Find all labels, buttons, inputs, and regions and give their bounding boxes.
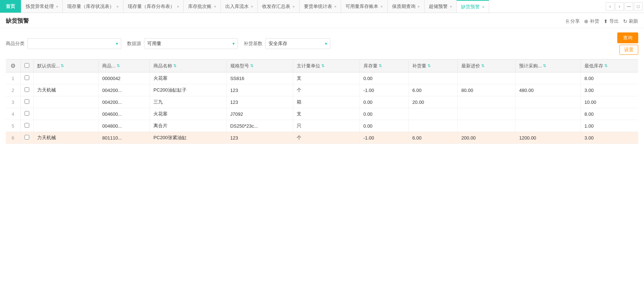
replenish-base-select[interactable]: 安全库存 ▾ (265, 38, 330, 49)
cell-unit: 箱 (293, 96, 360, 108)
cell-est-purchase (515, 120, 581, 132)
row-checkbox[interactable] (25, 123, 29, 128)
settings-button[interactable]: 设置 (619, 45, 638, 55)
close-icon[interactable]: × (450, 4, 452, 9)
close-icon[interactable]: × (251, 4, 253, 9)
tab-ex-handling[interactable]: 拣货异常处理 × (21, 0, 63, 13)
col-product-code-label: 商品... (102, 63, 116, 69)
datasource-label: 数据源 (127, 40, 141, 47)
page-content: 缺货预警 ⎘ 分享 ⊕ 补货 ⬆ 导出 ↻ 刷新 商品分类 (0, 13, 644, 287)
close-icon[interactable]: × (56, 4, 58, 9)
th-est-purchase[interactable]: 预计采购... ⇅ (515, 59, 581, 72)
th-stock[interactable]: 库存量 ⇅ (360, 59, 409, 72)
cell-est-purchase (515, 108, 581, 120)
th-product-code[interactable]: 商品... ⇅ (99, 59, 150, 72)
row-checkbox[interactable] (25, 111, 29, 116)
tab-inout-flow[interactable]: 出入库流水 × (221, 0, 258, 13)
close-icon[interactable]: × (292, 4, 295, 9)
cell-est-purchase (515, 72, 581, 84)
sort-icon: ⇅ (427, 63, 431, 68)
row-checkbox-cell[interactable] (20, 132, 33, 144)
cell-min-stock: 3.00 (581, 132, 638, 144)
query-button[interactable]: 查询 (617, 32, 638, 43)
th-settings[interactable]: ⚙ (6, 59, 20, 72)
page-title: 缺货预警 (6, 17, 29, 25)
tab-batch-account[interactable]: 库存批次账 × (184, 0, 221, 13)
cell-product-code: 004200... (99, 84, 150, 96)
export-button[interactable]: ⬆ 导出 (604, 18, 619, 25)
tab-nav-next[interactable]: › (615, 2, 624, 11)
export-icon: ⬆ (604, 18, 608, 24)
row-checkbox-cell[interactable] (20, 108, 33, 120)
replenish-button[interactable]: ⊕ 补货 (584, 18, 599, 25)
th-replenish-qty[interactable]: 补货量 ⇅ (409, 59, 458, 72)
tab-nav-prev[interactable]: ‹ (606, 2, 614, 11)
sort-icon: ⇅ (61, 63, 64, 68)
cell-default-supplier (33, 72, 99, 84)
cell-unit: 个 (293, 132, 360, 144)
refresh-button[interactable]: ↻ 刷新 (623, 18, 638, 25)
th-spec[interactable]: 规格型号 ⇅ (226, 59, 293, 72)
tab-home[interactable]: 首页 (0, 0, 21, 13)
tab-inventory-status[interactable]: 现存量（库存状况表） × (63, 0, 123, 13)
tab-req-stats[interactable]: 要货单统计表 × (300, 0, 341, 13)
close-icon[interactable]: × (334, 4, 336, 9)
close-icon[interactable]: × (418, 4, 420, 9)
close-icon[interactable]: × (380, 4, 383, 9)
table-row: 6 力天机械 801110... PC200张紧油缸 123 个 -1.00 6… (6, 132, 638, 144)
tab-avail-ledger[interactable]: 可用量库存账本 × (341, 0, 387, 13)
tab-label: 收发存汇总表 (262, 3, 290, 10)
category-select[interactable]: ▾ (27, 38, 121, 49)
replenish-base-value: 安全库存 (269, 40, 287, 47)
cell-stock: -1.00 (360, 132, 409, 144)
tab-nav-controls: ‹ › — □ (604, 2, 644, 11)
tab-home-label: 首页 (6, 3, 15, 10)
row-checkbox[interactable] (25, 87, 29, 92)
chevron-down-icon: ▾ (116, 41, 118, 46)
row-checkbox-cell[interactable] (20, 96, 33, 108)
cell-unit: 支 (293, 108, 360, 120)
category-label: 商品分类 (6, 40, 25, 47)
cell-min-stock: 8.00 (581, 108, 638, 120)
cell-default-supplier: 力天机械 (33, 132, 99, 144)
settings-gear-icon[interactable]: ⚙ (10, 63, 16, 69)
select-all-checkbox[interactable] (25, 63, 29, 68)
cell-replenish-qty: 6.00 (409, 132, 458, 144)
cell-product-code: 004200... (99, 96, 150, 108)
th-default-supplier[interactable]: 默认供应... ⇅ (33, 59, 99, 72)
cell-latest-price (458, 120, 515, 132)
row-checkbox[interactable] (25, 135, 29, 140)
replenish-icon: ⊕ (584, 18, 588, 24)
tab-maximize-icon[interactable]: □ (634, 2, 643, 11)
th-latest-price[interactable]: 最新进价 ⇅ (458, 59, 515, 72)
tab-label: 超储预警 (429, 3, 448, 10)
close-icon[interactable]: × (116, 4, 118, 9)
cell-min-stock: 8.00 (581, 72, 638, 84)
tab-minimize-icon[interactable]: — (625, 2, 633, 11)
row-checkbox-cell[interactable] (20, 72, 33, 84)
row-checkbox[interactable] (25, 75, 29, 80)
tab-recv-summary[interactable]: 收发存汇总表 × (258, 0, 299, 13)
datasource-select[interactable]: 可用量 ▾ (144, 38, 238, 49)
tab-expiry-query[interactable]: 保质期查询 × (388, 0, 425, 13)
row-checkbox-cell[interactable] (20, 120, 33, 132)
cell-est-purchase: 480.00 (515, 84, 581, 96)
th-product-name[interactable]: 商品名称 ⇅ (150, 59, 227, 72)
row-checkbox[interactable] (25, 99, 29, 104)
close-icon[interactable]: × (177, 4, 179, 9)
th-unit[interactable]: 主计量单位 ⇅ (293, 59, 360, 72)
th-checkbox[interactable] (20, 59, 33, 72)
cell-product-name: PC200油缸缸子 (150, 84, 227, 96)
close-icon[interactable]: × (482, 5, 484, 9)
tab-overstock[interactable]: 超储预警 × (425, 0, 457, 13)
close-icon[interactable]: × (214, 4, 216, 9)
tab-label: 现存量（库存分布表） (128, 3, 175, 10)
th-min-stock[interactable]: 最低库存 ⇅ (581, 59, 638, 72)
sort-icon: ⇅ (173, 63, 177, 68)
row-num: 1 (6, 72, 20, 84)
row-checkbox-cell[interactable] (20, 84, 33, 96)
share-button[interactable]: ⎘ 分享 (566, 18, 580, 25)
tab-inventory-dist[interactable]: 现存量（库存分布表） × (123, 0, 184, 13)
tab-shortage[interactable]: 缺货预警 × (457, 0, 489, 13)
table-row: 3 004200... 三九 123 箱 0.00 20.00 10.00 (6, 96, 638, 108)
